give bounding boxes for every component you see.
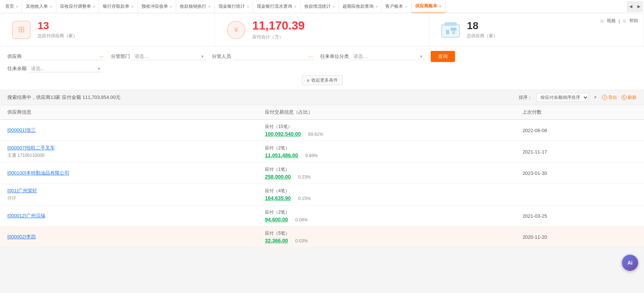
dept-select[interactable]: 请选.... [132, 53, 206, 60]
filter-item-category: 往来单位分类 请选.... ▼ [320, 53, 425, 60]
nav-tab-customer-ledger-close[interactable]: × [405, 4, 407, 9]
category-select-wrapper: 请选.... ▼ [351, 53, 425, 60]
nav-tab-cash-bank-flow[interactable]: 现金银行流水查询 × [253, 0, 300, 13]
nav-tab-cash-bank-stat[interactable]: 现金银行统计 × [215, 0, 253, 13]
nav-tab-prepay-offset[interactable]: 预收冲应收单 × [138, 0, 176, 13]
tx-label-4: 应付（2笔） [265, 209, 508, 216]
nav-tab-supplier-ledger-close[interactable]: × [439, 4, 441, 8]
nav-tab-home-label: 首页 [5, 3, 14, 10]
person-label: 分管人员 [212, 53, 231, 60]
balance-label: 往来余额 [7, 65, 27, 72]
nav-tab-other-income-label: 其他收入单 [26, 3, 48, 10]
nav-tab-customer-ledger[interactable]: 客户账本 × [382, 0, 411, 13]
ap-amount-number: 11,170.39 [252, 19, 305, 32]
tx-amount-4[interactable]: 94,600.00 [265, 217, 288, 223]
nav-tab-prepay-offset-close[interactable]: × [170, 4, 172, 9]
nav-tab-customer-ledger-label: 客户账本 [385, 3, 403, 10]
balance-select[interactable]: 请选... [29, 65, 102, 72]
nav-tab-collection-verify[interactable]: 收款核销执行 × [176, 0, 214, 13]
nav-tab-ar-ap-adjust-close[interactable]: × [93, 4, 95, 9]
tx-amount-5[interactable]: 32,366.00 [265, 238, 288, 244]
total-suppliers-number: 18 [467, 20, 498, 32]
collapse-label: 收起更多条件 [311, 77, 338, 83]
nav-tab-supplier-ledger[interactable]: 供应商账本 × [412, 0, 445, 13]
export-circle-icon: ↗ [602, 95, 607, 100]
supplier-link-0[interactable]: [000001]张三 [7, 127, 250, 134]
help-link[interactable]: 帮助 [629, 18, 638, 24]
nav-tab-collection-verify-label: 收款核销执行 [180, 3, 206, 10]
filter-item-person: 分管人员 ··· [212, 53, 314, 60]
supplier-table: 供应商信息 应付交易信息（占比） 上次付数 [000001]张三应付（15笔）1… [0, 105, 644, 248]
nav-tab-bank-deposit[interactable]: 银行存取款单 × [99, 0, 137, 13]
tx-cell-5: 应付（5笔）32,366.000.03% [258, 227, 515, 248]
nav-tab-ar-ap-adjust[interactable]: 应收应付调整单 × [56, 0, 99, 13]
supplier-link-5[interactable]: [000002]李四 [7, 234, 250, 240]
nav-tab-collection-stat[interactable]: 收款情况统计 × [301, 0, 339, 13]
tx-cell-3: 应付（4笔）164,635.900.15% [258, 184, 515, 206]
nav-next-button[interactable]: ▶ [635, 1, 643, 12]
category-label: 往来单位分类 [320, 53, 349, 60]
ap-suppliers-label: 总应付供应商（家） [38, 33, 77, 39]
nav-tab-ar-ap-adjust-label: 应收应付调整单 [60, 3, 91, 10]
nav-tab-cash-bank-flow-close[interactable]: × [294, 4, 296, 9]
tx-cell-1: 应付（2笔）11,051,486.009.89% [258, 141, 515, 163]
table-row: [000100]本特勤油品有限公司应付（1笔）258,000.000.23%20… [0, 163, 644, 184]
nav-tab-bank-deposit-label: 银行存取款单 [103, 3, 129, 10]
person-dots-icon[interactable]: ··· [308, 54, 313, 59]
top-right-links: ⊙ 视频 | ⊙ 帮助 [600, 18, 638, 24]
tx-percent-4: 0.08% [295, 217, 308, 223]
total-suppliers-icon [440, 20, 461, 40]
svg-text:⊞: ⊞ [18, 25, 25, 34]
result-summary: 搜索结果中，供应商13家 应付金额 111,703,854.00元 [7, 94, 120, 101]
supplier-link-1[interactable]: [000007]恒旺二手叉车 [7, 145, 250, 151]
nav-tab-collection-stat-close[interactable]: × [333, 4, 335, 9]
export-button[interactable]: ↗ 导出 [602, 94, 617, 101]
supplier-cell-4: [000012]广州贝瑞 [0, 206, 258, 227]
nav-tab-overdue-ar[interactable]: 超期应收款查询 × [339, 0, 382, 13]
nav-prev-button[interactable]: ◀ [627, 1, 634, 12]
last-payment-cell-5: 2020-11-20 [515, 227, 644, 248]
filter-row-2: 往来余额 请选... ▼ [7, 65, 637, 72]
video-circle-icon: ⊙ [600, 18, 604, 24]
last-payment-cell-2: 2023-01-30 [515, 163, 644, 184]
tx-amount-1[interactable]: 11,051,486.00 [265, 152, 298, 158]
supplier-contact-1: 王通 17106110000 [7, 152, 250, 159]
tx-label-0: 应付（15笔） [265, 124, 508, 130]
sort-label: 排序： [519, 94, 532, 101]
nav-tab-cash-bank-stat-close[interactable]: × [247, 4, 249, 9]
supplier-link-3[interactable]: [001]广州荣轩 [7, 187, 250, 194]
supplier-input[interactable] [24, 53, 105, 60]
nav-tab-other-income-close[interactable]: × [50, 4, 52, 9]
nav-tab-other-income[interactable]: 其他收入单 × [22, 0, 56, 13]
tx-label-5: 应付（5笔） [265, 230, 508, 237]
svg-text:¥: ¥ [234, 26, 238, 34]
result-actions: 排序： 按应付余额倒序排序 ▼ ↗ 导出 ↻ 刷新 [519, 93, 637, 102]
tx-amount-3[interactable]: 164,635.90 [265, 195, 291, 201]
th-tx-info: 应付交易信息（占比） [258, 105, 515, 120]
divider: | [619, 18, 620, 24]
category-select[interactable]: 请选.... [351, 53, 425, 60]
nav-tab-home-close[interactable]: × [16, 4, 18, 9]
nav-tab-collection-verify-close[interactable]: × [208, 4, 210, 9]
sort-select[interactable]: 按应付余额倒序排序 [536, 93, 589, 102]
supplier-dots-icon[interactable]: ··· [99, 54, 104, 59]
export-label: 导出 [608, 94, 617, 101]
nav-tab-overdue-ar-close[interactable]: × [375, 4, 378, 9]
supplier-link-2[interactable]: [000100]本特勤油品有限公司 [7, 170, 250, 176]
tx-amount-2[interactable]: 258,000.00 [265, 174, 291, 180]
dept-select-wrapper: 请选.... ▼ [132, 53, 206, 60]
video-link[interactable]: 视频 [607, 18, 616, 24]
refresh-button[interactable]: ↻ 刷新 [622, 94, 637, 101]
supplier-input-wrapper: ··· [24, 53, 105, 60]
query-button[interactable]: 查询 [431, 51, 455, 62]
nav-tab-bank-deposit-close[interactable]: × [131, 4, 133, 9]
supplier-link-4[interactable]: [000012]广州贝瑞 [7, 213, 250, 219]
person-input[interactable] [233, 53, 314, 60]
tx-cell-0: 应付（15笔）100,092,540.0089.61% [258, 120, 515, 141]
collapse-button[interactable]: ∧ 收起更多条件 [302, 75, 343, 85]
table-row: [000007]恒旺二手叉车王通 17106110000应付（2笔）11,051… [0, 141, 644, 163]
tx-amount-0[interactable]: 100,092,540.00 [265, 131, 301, 137]
supplier-cell-0: [000001]张三 [0, 120, 258, 141]
nav-tab-home[interactable]: 首页 × [1, 0, 22, 13]
stats-bar: ⊞ 13 总应付供应商（家） ¥ 11,170.39 应付合计（万） [0, 13, 644, 46]
